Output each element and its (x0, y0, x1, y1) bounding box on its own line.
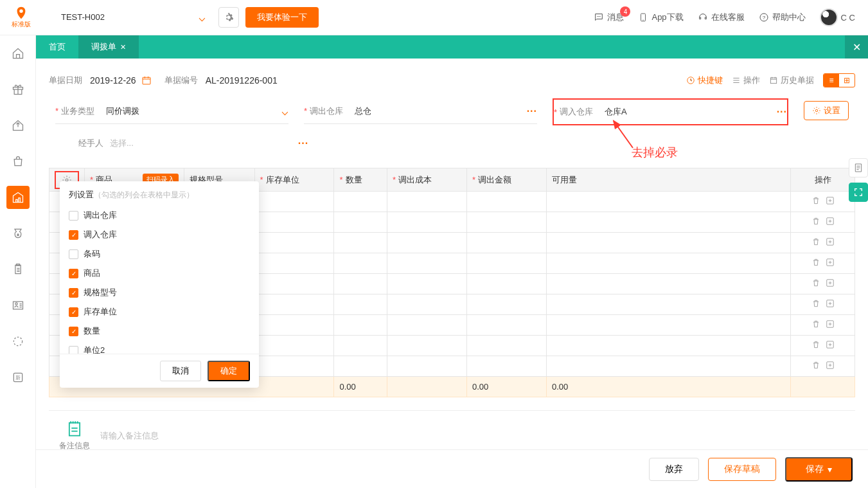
close-icon[interactable]: ✕ (120, 43, 126, 51)
column-option[interactable]: ✓数量 (69, 321, 250, 341)
date-value[interactable]: 2019-12-26 (90, 75, 136, 86)
notepad-icon (66, 420, 84, 438)
popover-list[interactable]: 调出仓库✓调入仓库条码✓商品✓规格型号✓库存单位✓数量单位2 (60, 206, 259, 354)
delete-row-icon[interactable] (811, 320, 820, 329)
delete-row-icon[interactable] (811, 258, 820, 267)
in-warehouse-field[interactable]: * 调入仓库 仓库A ··· (553, 98, 788, 125)
shortcut-link[interactable]: 快捷键 (686, 75, 723, 86)
add-row-icon[interactable] (826, 320, 835, 329)
docno-label: 单据编号 (164, 75, 198, 86)
tab-home[interactable]: 首页 (36, 35, 78, 59)
column-option[interactable]: ✓商品 (69, 264, 250, 283)
user-menu[interactable]: C C (820, 8, 855, 26)
view-toggle: ≡ ⊞ (823, 73, 855, 87)
svg-rect-12 (770, 78, 776, 84)
more-icon[interactable]: ··· (298, 138, 308, 149)
delete-row-icon[interactable] (811, 196, 820, 205)
biz-type-value: 同价调拨 (106, 105, 281, 117)
discard-button[interactable]: 放弃 (649, 458, 699, 481)
more-icon[interactable]: ··· (777, 106, 787, 118)
nav-circle-icon[interactable] (6, 330, 30, 353)
nav-new-icon[interactable]: 新 (6, 366, 30, 389)
column-option[interactable]: 条码 (69, 244, 250, 264)
checkbox-icon (69, 211, 78, 221)
column-option[interactable]: ✓调入仓库 (69, 225, 250, 244)
out-warehouse-field[interactable]: * 调出仓库 总仓 ··· (304, 98, 537, 124)
add-row-icon[interactable] (826, 258, 835, 267)
close-all-tabs[interactable]: ✕ (845, 35, 868, 59)
operate-link[interactable]: 操作 (732, 75, 760, 86)
add-row-icon[interactable] (826, 278, 835, 287)
nav-id-icon[interactable] (6, 294, 30, 317)
row-ops (791, 356, 855, 377)
trial-button[interactable]: 我要体验一下 (245, 7, 319, 28)
svg-point-1 (599, 16, 599, 17)
tab-transfer[interactable]: 调拨单 ✕ (78, 35, 139, 59)
add-row-icon[interactable] (826, 196, 835, 205)
column-option[interactable]: 调出仓库 (69, 206, 250, 225)
handler-field[interactable]: 经手人 选择... ··· (55, 131, 308, 156)
history-link[interactable]: 历史单据 (769, 75, 814, 86)
row-ops (791, 315, 855, 336)
remarks-icon-box: 备注信息 (49, 420, 100, 451)
delete-row-icon[interactable] (811, 340, 820, 349)
more-icon[interactable]: ··· (527, 105, 537, 117)
avatar-icon (820, 8, 838, 26)
app-download-button[interactable]: App下载 (638, 12, 683, 23)
form-row-2: 经手人 选择... ··· (49, 131, 315, 156)
left-sidebar: 新 (0, 35, 36, 488)
biz-type-field[interactable]: * 业务类型 同价调拨 ⌵ (55, 98, 288, 124)
fullscreen-button[interactable] (849, 183, 868, 202)
add-row-icon[interactable] (826, 361, 835, 370)
help-center-button[interactable]: ? 帮助中心 (759, 12, 806, 23)
phone-icon (638, 12, 648, 23)
out-wh-label: 调出仓库 (310, 105, 355, 117)
add-row-icon[interactable] (826, 237, 835, 246)
add-row-icon[interactable] (826, 217, 835, 226)
ok-button[interactable]: 确定 (208, 361, 250, 381)
messages-button[interactable]: 消息 4 (594, 12, 624, 23)
delete-row-icon[interactable] (811, 278, 820, 287)
column-option[interactable]: ✓规格型号 (69, 283, 250, 302)
svg-rect-10 (143, 77, 150, 84)
nav-money-icon[interactable] (6, 222, 30, 245)
delete-row-icon[interactable] (811, 299, 820, 308)
notes-panel-button[interactable] (849, 158, 868, 177)
view-grid-button[interactable]: ⊞ (839, 74, 855, 87)
calendar-icon[interactable] (141, 75, 152, 86)
handler-placeholder: 选择... (110, 138, 298, 149)
row-ops (791, 253, 855, 274)
save-button[interactable]: 保存 ▾ (785, 457, 853, 482)
delete-row-icon[interactable] (811, 361, 820, 370)
docno-value: AL-20191226-001 (206, 75, 278, 86)
delete-row-icon[interactable] (811, 237, 820, 246)
form-settings-button[interactable]: 设置 (804, 101, 849, 120)
org-selector[interactable]: TEST-H002 ⌵ (55, 7, 212, 28)
checkbox-icon (69, 249, 78, 259)
add-row-icon[interactable] (826, 299, 835, 308)
nav-bag-icon[interactable] (6, 150, 30, 173)
online-service-button[interactable]: 在线客服 (698, 12, 745, 23)
settings-gear-button[interactable] (218, 7, 239, 28)
logo[interactable]: 标准版 (6, 6, 35, 29)
required-mark: * (304, 106, 307, 116)
save-draft-button[interactable]: 保存草稿 (708, 458, 776, 481)
add-row-icon[interactable] (826, 340, 835, 349)
messages-badge: 4 (620, 6, 630, 17)
date-label: 单据日期 (49, 75, 82, 86)
delete-row-icon[interactable] (811, 217, 820, 226)
column-option[interactable]: 单位2 (69, 341, 250, 354)
checkbox-icon: ✓ (69, 230, 78, 240)
nav-warehouse-icon[interactable] (6, 186, 30, 209)
column-option[interactable]: ✓库存单位 (69, 302, 250, 321)
cancel-button[interactable]: 取消 (160, 361, 201, 381)
in-wh-value: 仓库A (605, 106, 777, 118)
nav-clipboard-icon[interactable] (6, 258, 30, 281)
view-list-button[interactable]: ≡ (824, 74, 839, 87)
nav-gift-icon[interactable] (6, 78, 30, 101)
th-unit: *库存单位 (254, 168, 334, 192)
nav-upload-icon[interactable] (6, 114, 30, 137)
header-right: 消息 4 App下载 在线客服 ? 帮助中心 C C (594, 8, 862, 26)
remarks-input[interactable]: 请输入备注信息 (100, 430, 855, 442)
nav-home-icon[interactable] (6, 42, 30, 65)
